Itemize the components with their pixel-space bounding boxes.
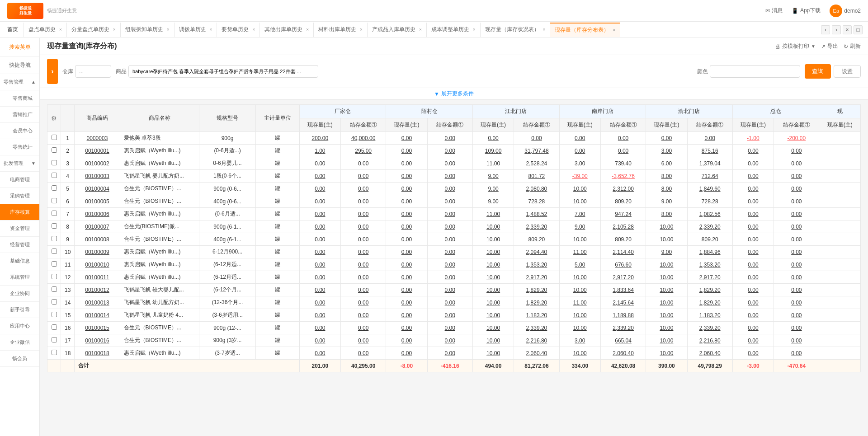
close-icon[interactable]: × bbox=[360, 27, 363, 32]
row-checkbox[interactable] bbox=[47, 157, 61, 170]
sidebar-item-wechat[interactable]: 企业微信 bbox=[0, 334, 39, 351]
row-checkbox[interactable] bbox=[47, 183, 61, 195]
sidebar-item-finance[interactable]: 资金管理 bbox=[0, 220, 39, 237]
tab-stock-dist[interactable]: 现存量（库存分布表） × bbox=[550, 23, 620, 37]
sidebar-item-wholesale[interactable]: 批发管理 ▼ bbox=[0, 155, 39, 172]
cell-value: 0.00 bbox=[386, 233, 427, 246]
cell-value: 2,312.00 bbox=[600, 183, 646, 195]
tab-assemble[interactable]: 组装拆卸单历史 × bbox=[121, 23, 175, 37]
goods-input[interactable] bbox=[128, 65, 318, 78]
tab-prev-btn[interactable]: ‹ bbox=[821, 25, 830, 34]
filter-expand-btn[interactable]: › bbox=[47, 59, 58, 84]
tab-cost-adjust[interactable]: 成本调整单历史 × bbox=[427, 23, 481, 37]
refresh-btn[interactable]: ↻ 刷新 bbox=[844, 42, 861, 50]
cell-value: 7.00 bbox=[559, 208, 600, 220]
close-icon[interactable]: × bbox=[59, 27, 62, 32]
tab-stock-status[interactable]: 现存量（库存状况表） × bbox=[481, 23, 551, 37]
cell-value: 2,060.40 bbox=[687, 347, 732, 360]
sidebar-search[interactable]: 搜索英单 bbox=[0, 38, 39, 57]
tab-next-btn[interactable]: › bbox=[832, 25, 841, 34]
sidebar-item-enterprise[interactable]: 企业协同 bbox=[0, 286, 39, 302]
sidebar-item-members[interactable]: 畅会员 bbox=[0, 351, 39, 367]
sidebar-nav[interactable]: 快捷导航 bbox=[0, 57, 39, 74]
row-checkbox[interactable] bbox=[47, 271, 61, 284]
summary-extra bbox=[819, 360, 861, 372]
row-checkbox[interactable] bbox=[47, 347, 61, 360]
close-icon[interactable]: × bbox=[306, 27, 309, 32]
sidebar-item-retail-mgmt[interactable]: 零售管理 ▲ bbox=[0, 74, 39, 90]
col-no-header bbox=[61, 105, 75, 132]
setting-button[interactable]: 设置 bbox=[834, 65, 861, 78]
sidebar-item-appstore[interactable]: 应用中心 bbox=[0, 318, 39, 334]
row-checkbox[interactable] bbox=[47, 309, 61, 322]
tab-close-all-btn[interactable]: × bbox=[843, 25, 852, 34]
sidebar-item-marketing[interactable]: 营销推广 bbox=[0, 107, 39, 123]
cell-extra bbox=[819, 233, 861, 246]
sidebar-item-system[interactable]: 系统管理 bbox=[0, 269, 39, 286]
tab-partial-stock[interactable]: 分量盘点单历史 × bbox=[67, 23, 121, 37]
row-checkbox[interactable] bbox=[47, 334, 61, 347]
sidebar-item-inventory[interactable]: 库存核算 bbox=[0, 204, 39, 220]
tab-product-in[interactable]: 产成品入库单历史 × bbox=[368, 23, 427, 37]
sidebar-item-ecommerce[interactable]: 电商管理 bbox=[0, 172, 39, 188]
export-btn[interactable]: ↗ 导出 bbox=[821, 42, 838, 50]
message-btn[interactable]: ✉ 消息 bbox=[765, 7, 783, 14]
cell-value: 0.00 bbox=[386, 170, 427, 183]
tab-material-out[interactable]: 材料出库单历史 × bbox=[314, 23, 368, 37]
sidebar-item-member[interactable]: 会员中心 bbox=[0, 123, 39, 139]
cell-value: 2,114.40 bbox=[600, 246, 646, 258]
row-checkbox[interactable] bbox=[47, 322, 61, 334]
row-checkbox[interactable] bbox=[47, 284, 61, 296]
sidebar-item-retail-stats[interactable]: 零售统计 bbox=[0, 139, 39, 155]
close-icon[interactable]: × bbox=[419, 27, 422, 32]
tab-transfer[interactable]: 调拨单历史 × bbox=[175, 23, 217, 37]
row-unit: 罐 bbox=[256, 284, 299, 296]
row-checkbox[interactable] bbox=[47, 220, 61, 233]
close-icon[interactable]: × bbox=[113, 27, 116, 32]
close-icon[interactable]: × bbox=[473, 27, 476, 32]
tab-expand-btn[interactable]: □ bbox=[854, 25, 863, 34]
cell-value: 2,105.28 bbox=[600, 220, 646, 233]
row-checkbox[interactable] bbox=[47, 233, 61, 246]
tab-stock-history[interactable]: 盘点单历史 × bbox=[24, 23, 67, 37]
gear-icon[interactable]: ⚙ bbox=[51, 115, 57, 122]
row-checkbox[interactable] bbox=[47, 195, 61, 208]
close-icon[interactable]: × bbox=[210, 27, 212, 32]
warehouse-input[interactable] bbox=[75, 65, 111, 78]
col-na-header: 南岸门店 bbox=[559, 105, 646, 118]
row-checkbox[interactable] bbox=[47, 258, 61, 271]
row-checkbox[interactable] bbox=[47, 246, 61, 258]
cell-value: 0.00 bbox=[427, 334, 472, 347]
row-checkbox[interactable] bbox=[47, 208, 61, 220]
row-checkbox[interactable] bbox=[47, 296, 61, 309]
tab-home[interactable]: 首页 bbox=[2, 23, 24, 37]
color-input[interactable] bbox=[710, 65, 800, 78]
cell-value: 0.00 bbox=[386, 195, 427, 208]
tab-requisition[interactable]: 要货单历史 × bbox=[217, 23, 260, 37]
col-settings-icon[interactable]: ⚙ bbox=[47, 105, 61, 132]
user-profile[interactable]: Ea demo2 bbox=[830, 5, 861, 17]
expand-more-btn[interactable]: ▼ 展开更多条件 bbox=[434, 90, 474, 98]
app-download-btn[interactable]: 📱 App下载 bbox=[792, 7, 821, 14]
sidebar-item-operations[interactable]: 经营管理 bbox=[0, 237, 39, 253]
query-button[interactable]: 查询 bbox=[805, 64, 831, 79]
row-checkbox[interactable] bbox=[47, 145, 61, 157]
row-checkbox[interactable] bbox=[47, 132, 61, 145]
cell-extra bbox=[819, 347, 861, 360]
print-btn[interactable]: 🖨 按模板打印 ▼ bbox=[775, 42, 816, 50]
sidebar-item-purchase[interactable]: 采购管理 bbox=[0, 188, 39, 204]
sidebar-item-basic-info[interactable]: 基础信息 bbox=[0, 253, 39, 269]
sidebar-item-retail-store[interactable]: 零售商城 bbox=[0, 90, 39, 107]
table-container[interactable]: ⚙ 商品编码 商品名称 规格型号 主计量单位 厂家仓 陌村仓 江北门店 南岸门店… bbox=[40, 100, 868, 436]
cell-value: 11.00 bbox=[559, 246, 600, 258]
close-icon[interactable]: × bbox=[167, 27, 170, 32]
close-icon[interactable]: × bbox=[613, 28, 615, 33]
cell-value: 10.00 bbox=[472, 322, 514, 334]
close-icon[interactable]: × bbox=[543, 27, 546, 32]
close-icon[interactable]: × bbox=[252, 27, 255, 32]
row-checkbox[interactable] bbox=[47, 170, 61, 183]
sidebar-item-guide[interactable]: 新手引导 bbox=[0, 302, 39, 318]
cell-value: 0.00 bbox=[732, 347, 774, 360]
cell-value: 10.00 bbox=[472, 220, 514, 233]
tab-other-out[interactable]: 其他出库单历史 × bbox=[260, 23, 314, 37]
